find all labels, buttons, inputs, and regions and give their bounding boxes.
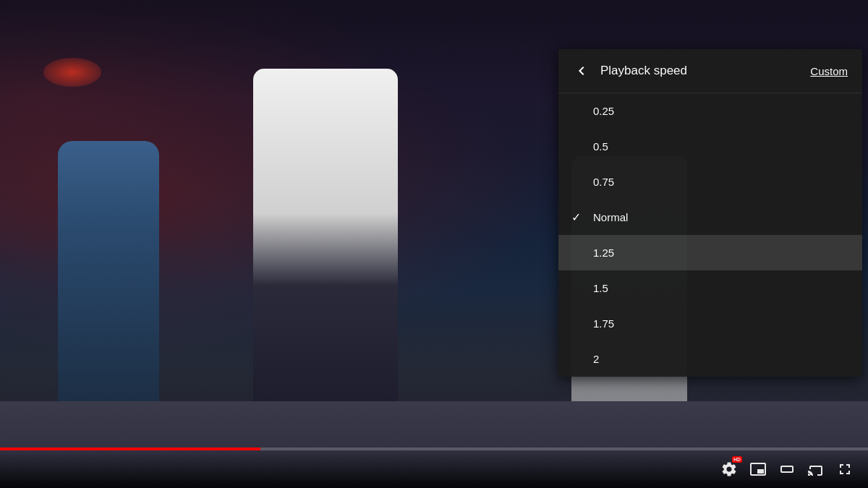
person-silhouette-left	[58, 141, 159, 430]
speed-label: 1.25	[593, 247, 614, 259]
speed-option-normal[interactable]: ✓Normal	[558, 200, 862, 235]
speed-label: 0.25	[593, 105, 614, 117]
speed-label: 0.5	[593, 140, 608, 153]
hd-badge: HD	[732, 456, 742, 463]
speed-label: 1.5	[593, 282, 608, 294]
back-arrow-icon	[573, 62, 590, 80]
panel-header: Playback speed Custom	[558, 49, 862, 93]
speed-option-1.75[interactable]: 1.75	[558, 306, 862, 341]
cast-icon	[807, 461, 825, 478]
theater-mode-button[interactable]	[778, 461, 796, 478]
control-bar: HD	[0, 450, 868, 488]
fullscreen-icon	[836, 461, 854, 478]
speed-label: Normal	[593, 211, 628, 223]
custom-link[interactable]: Custom	[810, 65, 848, 77]
speed-option-2[interactable]: 2	[558, 341, 862, 377]
speed-option-1.5[interactable]: 1.5	[558, 270, 862, 306]
miniplayer-button[interactable]	[749, 461, 767, 478]
playback-speed-panel: Playback speed Custom 0.250.50.75✓Normal…	[558, 49, 862, 377]
back-button[interactable]	[573, 62, 590, 80]
theater-icon	[778, 461, 796, 478]
settings-icon	[720, 461, 738, 478]
red-light-effect	[43, 58, 101, 87]
speed-option-0.5[interactable]: 0.5	[558, 129, 862, 164]
speed-label: 0.75	[593, 176, 614, 188]
speed-option-0.25[interactable]: 0.25	[558, 93, 862, 129]
miniplayer-icon	[749, 461, 767, 478]
speed-label: 1.75	[593, 317, 614, 330]
panel-title: Playback speed	[600, 64, 810, 78]
person-silhouette-center	[253, 69, 398, 430]
speed-option-0.75[interactable]: 0.75	[558, 164, 862, 200]
cast-button[interactable]	[807, 461, 825, 478]
fullscreen-button[interactable]	[836, 461, 854, 478]
speed-label: 2	[593, 353, 599, 365]
speed-options-list: 0.250.50.75✓Normal1.251.51.752	[558, 93, 862, 377]
check-icon: ✓	[571, 210, 581, 224]
speed-option-1.25[interactable]: 1.25	[558, 235, 862, 270]
settings-button[interactable]: HD	[720, 461, 738, 478]
